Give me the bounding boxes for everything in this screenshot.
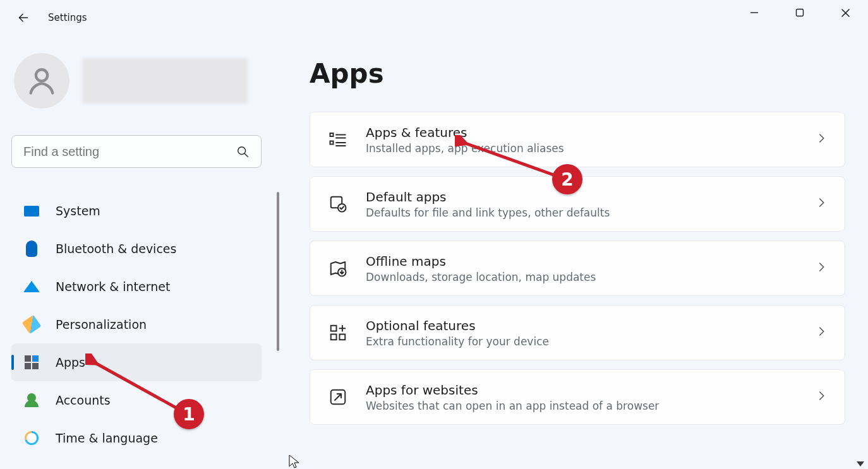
card-desc: Extra functionality for your device [366, 335, 816, 348]
close-icon [841, 8, 850, 18]
bluetooth-icon [23, 240, 40, 258]
sidebar-item-bluetooth[interactable]: Bluetooth & devices [11, 230, 262, 268]
svg-rect-14 [331, 326, 337, 331]
annotation-badge-2: 2 [552, 164, 582, 194]
chevron-right-icon [816, 326, 827, 340]
window-title: Settings [48, 12, 87, 23]
svg-rect-1 [797, 9, 804, 16]
search-icon [236, 145, 250, 158]
user-block[interactable] [11, 53, 278, 109]
svg-rect-16 [340, 335, 346, 340]
svg-rect-6 [330, 141, 334, 145]
map-icon [327, 257, 349, 280]
sidebar-item-label: Accounts [56, 393, 111, 407]
svg-line-4 [244, 153, 248, 157]
close-button[interactable] [823, 0, 868, 25]
chevron-right-icon [816, 390, 827, 404]
sidebar-item-system[interactable]: System [11, 192, 262, 230]
system-icon [23, 202, 40, 220]
list-icon [327, 128, 349, 151]
card-title: Optional features [366, 318, 816, 334]
sidebar-item-label: Network & internet [56, 280, 170, 294]
annotation-badge-1-text: 1 [183, 404, 195, 425]
card-desc: Installed apps, app execution aliases [366, 142, 816, 155]
brush-icon [23, 316, 40, 333]
sidebar-item-label: Time & language [56, 431, 158, 445]
card-apps-for-websites[interactable]: Apps for websites Websites that can open… [310, 369, 845, 425]
card-offline-maps[interactable]: Offline maps Downloads, storage location… [310, 240, 845, 296]
minimize-button[interactable] [732, 0, 777, 25]
sidebar-item-label: Personalization [56, 318, 147, 331]
card-title: Apps for websites [366, 383, 816, 398]
mouse-cursor-icon [288, 454, 301, 469]
card-title: Apps & features [366, 125, 816, 141]
svg-rect-5 [330, 133, 334, 136]
default-apps-icon [327, 193, 349, 215]
user-name-redacted [82, 58, 248, 104]
back-button[interactable] [14, 8, 33, 27]
card-title: Offline maps [366, 254, 816, 270]
user-icon [25, 64, 58, 97]
svg-rect-15 [331, 335, 337, 340]
nav: System Bluetooth & devices Network & int… [11, 192, 278, 457]
annotation-badge-1: 1 [174, 399, 204, 429]
chevron-right-icon [816, 261, 827, 275]
minimize-icon [750, 8, 759, 17]
scroll-down-icon[interactable] [857, 461, 864, 466]
accounts-icon [23, 391, 40, 409]
chevron-right-icon [816, 197, 827, 211]
card-title: Default apps [366, 189, 816, 205]
sidebar-item-label: System [56, 204, 100, 218]
card-desc: Downloads, storage location, map updates [366, 271, 816, 283]
maximize-icon [795, 8, 804, 17]
nav-scrollbar[interactable] [277, 192, 279, 351]
clock-globe-icon [23, 429, 40, 447]
sidebar-item-accounts[interactable]: Accounts [11, 381, 262, 419]
maximize-button[interactable] [777, 0, 823, 25]
back-arrow-icon [17, 11, 30, 24]
sidebar: System Bluetooth & devices Network & int… [0, 35, 282, 469]
sidebar-item-apps[interactable]: Apps [11, 343, 262, 381]
sidebar-item-label: Bluetooth & devices [56, 242, 176, 256]
card-desc: Websites that can open in an app instead… [366, 400, 816, 412]
card-optional-features[interactable]: Optional features Extra functionality fo… [310, 305, 845, 360]
apps-icon [23, 353, 40, 371]
window-controls [732, 0, 868, 25]
search-input[interactable] [23, 145, 236, 159]
svg-point-2 [36, 69, 47, 81]
sidebar-item-personalization[interactable]: Personalization [11, 306, 262, 343]
annotation-badge-2-text: 2 [561, 169, 573, 190]
titlebar: Settings [0, 0, 868, 35]
chevron-right-icon [816, 133, 827, 146]
open-link-icon [327, 386, 349, 408]
avatar [14, 53, 69, 109]
wifi-icon [23, 278, 40, 295]
grid-plus-icon [327, 321, 349, 344]
search-box[interactable] [11, 135, 262, 168]
sidebar-item-network[interactable]: Network & internet [11, 268, 262, 306]
main: Apps Apps & features Installed apps, app… [282, 35, 868, 469]
card-desc: Defaults for file and link types, other … [366, 206, 816, 219]
page-title: Apps [310, 58, 845, 89]
sidebar-item-time[interactable]: Time & language [11, 419, 262, 457]
sidebar-item-label: Apps [56, 355, 85, 369]
card-apps-features[interactable]: Apps & features Installed apps, app exec… [310, 112, 845, 167]
